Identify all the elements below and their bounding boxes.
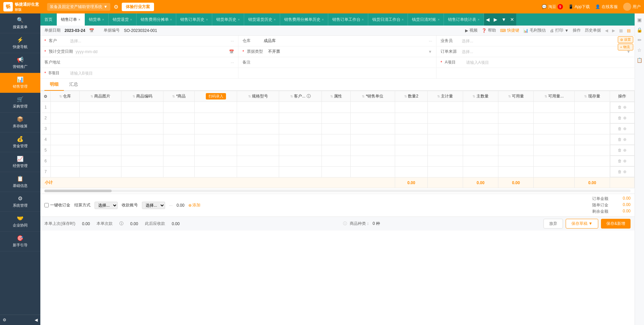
operation-btn[interactable]: 操作 xyxy=(573,28,581,33)
row-3-delete-icon[interactable]: 🗑 xyxy=(618,126,622,131)
right-panel-icon-3[interactable]: ✏ xyxy=(636,36,643,44)
col-main-qty[interactable]: ⇅ 主数量 xyxy=(463,91,498,102)
save-draft-button[interactable]: 保存草稿 ▼ xyxy=(566,219,598,229)
tab-stats-close[interactable]: × xyxy=(478,18,480,22)
tab-reconcile-close[interactable]: × xyxy=(438,18,440,22)
col-qty2[interactable]: ⇅ 数量2 xyxy=(395,91,428,102)
tab-invoice-history-close[interactable]: × xyxy=(238,18,240,22)
tab-return-history[interactable]: 销货退货历史 × xyxy=(244,13,280,26)
row-7-delete-icon[interactable]: 🗑 xyxy=(618,169,622,174)
right-panel-icon-2[interactable]: 🔒 xyxy=(636,26,643,34)
row-5-delete-icon[interactable]: 🗑 xyxy=(618,148,622,153)
nav-prev-icon[interactable]: ◀ xyxy=(605,28,608,33)
col-spec[interactable]: ⇅ 规格型号 xyxy=(237,91,279,102)
help-btn[interactable]: ❓ 帮助 xyxy=(482,28,496,33)
row-2-delete-icon[interactable]: 🗑 xyxy=(618,116,622,120)
tab-sales-invoice-close[interactable]: × xyxy=(102,18,104,22)
col-customer-info[interactable]: ⇅ 客户... ⓘ xyxy=(279,91,322,102)
list-view-icon[interactable]: ▤ xyxy=(627,28,631,33)
one-click-deposit[interactable]: 一键收订金 xyxy=(44,202,70,208)
settings-float-btn[interactable]: ⚙ 设置 xyxy=(618,36,633,43)
project-a-input[interactable] xyxy=(466,60,631,65)
sidebar-item-system[interactable]: ⚙ 系统管理 xyxy=(0,192,40,212)
tab-order-workbench-close[interactable]: × xyxy=(362,18,364,22)
tab-return-history-close[interactable]: × xyxy=(274,18,276,22)
row-1-main-qty[interactable] xyxy=(463,102,498,113)
tab-nav-dropdown[interactable]: ▼ xyxy=(499,13,508,26)
calendar-icon[interactable]: 📅 xyxy=(89,28,94,33)
address-input[interactable] xyxy=(66,60,228,65)
online-service-item[interactable]: 👤 在线客服 xyxy=(595,4,618,10)
app-download-item[interactable]: 📱 App下载 xyxy=(568,4,590,10)
sidebar-item-quicknav[interactable]: ⚡ 快捷导航 xyxy=(0,33,40,53)
settings-icon[interactable]: ⚙ xyxy=(114,4,118,10)
col-warehouse[interactable]: ⇅ 仓库 xyxy=(51,91,80,102)
tab-detail[interactable]: 明细 xyxy=(44,79,64,91)
col-attr[interactable]: ⇅ 属性 xyxy=(322,91,351,102)
note-input[interactable] xyxy=(264,60,432,65)
delivery-input[interactable] xyxy=(76,49,226,54)
sidebar-item-search[interactable]: 🔍 搜索菜单 xyxy=(0,13,40,33)
tab-daily-clear-close[interactable]: × xyxy=(402,18,404,22)
print-chevron[interactable]: ▼ xyxy=(565,28,569,33)
horizontal-scrollbar[interactable] xyxy=(44,190,631,192)
col-avail[interactable]: ⇅ 可用量 xyxy=(498,91,534,102)
row-1-code[interactable] xyxy=(121,102,163,113)
address-more-icon[interactable]: ··· xyxy=(231,60,234,65)
col-avail2[interactable]: ⇅ 可用量... xyxy=(534,91,575,102)
sidebar-item-sales[interactable]: 📊 销售管理 xyxy=(0,73,40,93)
row-1-warehouse[interactable] xyxy=(51,102,80,113)
profit-btn[interactable]: 📊 毛利预估 xyxy=(523,28,546,33)
salesperson-input[interactable] xyxy=(462,39,624,43)
save-new-button[interactable]: 保存&新增 xyxy=(601,219,631,229)
nav-next-icon[interactable]: ▶ xyxy=(612,28,615,33)
system-selector[interactable]: 装备及固定资产辅助管理系统 ▼ xyxy=(47,3,110,11)
col-main-unit[interactable]: ⇅ 主计量 xyxy=(427,91,463,102)
settings-bottom-icon[interactable]: ⚙ xyxy=(3,318,6,322)
row-1-copy-icon[interactable]: ⊕ xyxy=(623,105,627,110)
one-click-checkbox[interactable] xyxy=(44,203,49,207)
tab-reconcile[interactable]: 钱货日清对账 × xyxy=(408,13,444,26)
row-1-qty2[interactable] xyxy=(395,102,428,113)
tab-sales-history-close[interactable]: × xyxy=(206,18,208,22)
row-1-delete-icon[interactable]: 🗑 xyxy=(618,105,622,110)
view-btn[interactable]: ▶ 视频 xyxy=(465,28,478,33)
add-float-btn[interactable]: + 物流 xyxy=(618,44,633,50)
row-5-copy-icon[interactable]: ⊕ xyxy=(623,148,627,153)
col-settings[interactable]: ⚙ xyxy=(41,91,51,102)
shortcut-btn[interactable]: ⌨ 快捷键 xyxy=(500,28,519,33)
right-panel-icon-1[interactable]: ▣ xyxy=(636,16,643,24)
col-code[interactable]: ⇅ 商品编码 xyxy=(121,91,163,102)
row-1-spec[interactable] xyxy=(237,102,279,113)
col-image[interactable]: ⇅ 商品图片 xyxy=(79,91,121,102)
row-1-product[interactable] xyxy=(163,102,195,113)
tab-home[interactable]: 首页 xyxy=(40,13,57,26)
row-3-copy-icon[interactable]: ⊕ xyxy=(623,126,627,131)
tab-sales-return-close[interactable]: × xyxy=(130,18,132,22)
right-panel-icon-5[interactable]: 📋 xyxy=(636,56,643,64)
sidebar-item-base[interactable]: 📋 基础信息 xyxy=(0,172,40,192)
tab-sales-return[interactable]: 销货退货 × xyxy=(109,13,137,26)
customer-input[interactable] xyxy=(70,39,228,43)
grid-view-icon[interactable]: ▦ xyxy=(619,28,623,33)
tab-sales-order-close[interactable]: × xyxy=(78,18,80,22)
row-1-customer-info[interactable] xyxy=(279,102,322,113)
receipt-dots[interactable]: ··· xyxy=(169,203,173,208)
tab-expense-history-close[interactable]: × xyxy=(322,18,324,22)
discard-button[interactable]: 放弃 xyxy=(543,219,563,229)
order-source-input[interactable] xyxy=(462,49,624,54)
row-6-copy-icon[interactable]: ⊕ xyxy=(623,159,627,163)
trial-button[interactable]: 体验行业方案 xyxy=(122,3,154,11)
row-1-attr[interactable] xyxy=(322,102,351,113)
sidebar-item-inventory[interactable]: 📦 库存核算 xyxy=(0,113,40,132)
history-btn[interactable]: 历史单据 xyxy=(585,28,601,33)
customer-more-icon[interactable]: ··· xyxy=(231,39,234,43)
add-btn[interactable]: ⊕ 添加 xyxy=(188,202,200,208)
row-1-unit[interactable] xyxy=(350,102,395,113)
tab-nav-close-all[interactable]: ✕ xyxy=(508,13,516,26)
sidebar-item-finance[interactable]: 💰 资金管理 xyxy=(0,132,40,152)
sidebar-item-operations[interactable]: 📈 经营管理 xyxy=(0,152,40,172)
invoice-dropdown-icon[interactable]: ▼ xyxy=(428,49,432,54)
collapse-icon[interactable]: ◀ xyxy=(35,318,38,322)
col-scan[interactable]: 扫码录入 xyxy=(195,91,237,102)
